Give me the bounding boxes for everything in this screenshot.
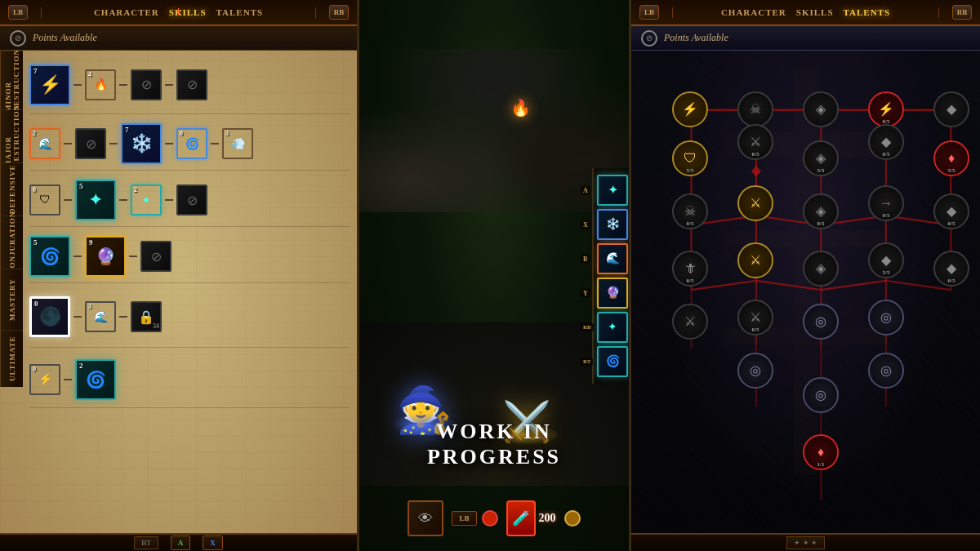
talent-node-n1[interactable]: ⚡ (672, 91, 708, 127)
category-labels: Minor Destruction Major Destruction Defe… (0, 51, 23, 533)
left-tab-talents[interactable]: TALENTS (216, 7, 264, 17)
talent-node-n6[interactable]: ⚡0/5 (868, 91, 904, 127)
left-a-button[interactable]: A (171, 535, 191, 550)
hud-lb-label: LB (452, 511, 476, 526)
connector (74, 256, 82, 257)
right-bottom-btn: ✦ ✦ ✦ (786, 536, 825, 549)
talent-node-n28[interactable]: ♦1/1 (803, 434, 839, 470)
right-lb-button[interactable]: LB (639, 5, 659, 20)
right-bottom-border: ✦ ✦ ✦ (631, 533, 980, 551)
talent-node-n26[interactable]: ◎ (803, 377, 839, 413)
connector (119, 199, 127, 201)
skill-bar-y[interactable]: Y 🔮 (597, 278, 628, 309)
talent-node-n2[interactable]: ☠ (737, 91, 773, 127)
talent-node-n14[interactable]: ⚔ (737, 242, 773, 278)
wip-line2: PROGRESS (427, 444, 561, 469)
connector (165, 199, 173, 201)
talent-node-n12[interactable]: ♦5/5 (933, 140, 969, 176)
skill-locked-3: ⊘ (75, 128, 106, 159)
skill-icon-conjure-gold[interactable]: 🔮 9 (85, 236, 126, 277)
skill-row-major-destruction: 🌊 2 ⊘ ❄️ 7 🌀 0 (29, 118, 350, 171)
connector (211, 143, 219, 144)
talent-node-n22[interactable]: ◆0/5 (933, 251, 969, 287)
skill-locked-4: ⊘ (176, 184, 207, 216)
hud-flask[interactable]: 🧪 (506, 500, 536, 536)
skill-icon-teal-star-sm[interactable]: ✦ 2 (131, 184, 162, 216)
connector (109, 143, 118, 144)
talent-node-n21[interactable]: ◆5/5 (868, 242, 904, 278)
talent-node-n7[interactable]: ◆ (933, 91, 969, 127)
skill-bar-rt[interactable]: RT 🌀 (597, 346, 628, 377)
skill-icon-ultimate-teal[interactable]: 🌀 2 (75, 359, 116, 400)
left-rb-button[interactable]: RB (329, 5, 349, 20)
left-nav-divider2: | (314, 6, 317, 19)
skill-icon-swirl[interactable]: 🌀 0 (176, 128, 207, 159)
connector (74, 316, 82, 318)
left-nav-divider: | (40, 6, 42, 19)
wip-line1: WORK IN (427, 419, 561, 444)
talent-node-n27[interactable]: ◎ (868, 353, 904, 389)
talent-node-n4[interactable]: ⚔0/5 (737, 124, 773, 160)
connector (119, 316, 127, 318)
connector (119, 84, 127, 86)
skill-icon-mastery-main[interactable]: 🌑 0 (29, 296, 70, 337)
left-bt-button[interactable]: BT (134, 536, 158, 549)
skill-row-ultimate: ⚡ 0 🌀 2 (29, 351, 350, 408)
right-nav-divider: | (671, 6, 674, 19)
center-panel: 🔥 🧙 ⚔️ WORK IN PROGRESS A (359, 0, 629, 551)
game-background: 🔥 🧙 ⚔️ WORK IN PROGRESS A (359, 0, 629, 551)
skill-icon-wave[interactable]: 🌊 2 (29, 128, 60, 159)
connector (165, 84, 173, 86)
skill-bar-a[interactable]: A ✦ (597, 175, 628, 206)
left-x-button[interactable]: X (203, 535, 223, 550)
hud-skill-icon[interactable]: 👁 (408, 500, 443, 536)
right-tab-talents[interactable]: TALENTS (844, 7, 891, 17)
skill-icon-fire-sm[interactable]: 🔥 4 (85, 69, 116, 100)
talent-node-n25[interactable]: ◎ (868, 300, 904, 335)
talent-node-n24[interactable]: ◎ (803, 304, 839, 340)
torch-icon: 🔥 (510, 98, 531, 118)
talent-node-n3[interactable]: 🛡5/5 (672, 140, 708, 176)
skill-icon-lightning[interactable]: ⚡ 7 (29, 64, 70, 105)
cat-ultimate: Ultimate (0, 330, 23, 387)
right-tab-skills[interactable]: SKILLS (796, 7, 834, 17)
skills-grid-area: Minor Destruction Major Destruction Defe… (0, 51, 357, 533)
left-points-label: Points Available (33, 32, 97, 44)
left-tab-character[interactable]: CHARACTER (94, 7, 159, 17)
talent-node-n18[interactable]: ⚔ (672, 304, 708, 340)
talent-node-n15[interactable]: ◈0/5 (803, 193, 839, 229)
talent-node-n20[interactable]: ◈ (803, 251, 839, 287)
talent-node-n17[interactable]: ◆0/5 (933, 193, 969, 229)
connector (64, 379, 72, 380)
skill-bar-rb[interactable]: RB ✦ (597, 312, 628, 343)
hud-flask-count: 200 (539, 512, 556, 525)
left-lb-button[interactable]: LB (8, 5, 28, 20)
right-rb-button[interactable]: RB (952, 5, 972, 20)
skill-icon-teal-star[interactable]: ✦ 5 (75, 180, 116, 220)
talent-node-n16[interactable]: →0/5 (868, 185, 904, 221)
skill-bar-b[interactable]: B 🌊 (597, 243, 628, 274)
skill-icon-shield[interactable]: 🛡 0 (29, 184, 60, 216)
connector (64, 143, 72, 144)
right-points-bar: ⊘ Points Available (631, 26, 980, 51)
cat-minor-destruction: Minor Destruction (0, 51, 23, 109)
cat-conjuration: Conjuration (0, 216, 23, 269)
talent-node-n5[interactable]: ◈ (803, 91, 839, 127)
talent-node-n11[interactable]: ◆0/5 (868, 124, 904, 160)
skill-icon-ultimate-dark[interactable]: ⚡ 0 (29, 364, 60, 395)
skill-bar-x[interactable]: X ❄️ (597, 209, 628, 240)
talent-node-n10[interactable]: ◈5/5 (803, 140, 839, 176)
talent-node-n23[interactable]: ◎ (737, 353, 773, 389)
skill-locked-5: ⊘ (140, 241, 172, 272)
skill-icon-wind[interactable]: 💨 3 (222, 128, 253, 159)
skill-row-conjuration: 🌀 5 🔮 9 ⊘ (29, 230, 350, 283)
talent-node-n8[interactable]: ☠0/5 (672, 193, 708, 229)
skill-icon-ice[interactable]: ❄️ 7 (121, 123, 162, 164)
talent-node-n13[interactable]: 🗡0/5 (672, 251, 708, 287)
skill-icon-mastery-wave[interactable]: 🌊 3 (85, 301, 116, 332)
talent-node-n19[interactable]: ⚔0/5 (737, 300, 773, 335)
skill-icon-conjure-teal[interactable]: 🌀 5 (29, 236, 70, 277)
right-nav-divider2: | (938, 6, 940, 19)
right-tab-character[interactable]: CHARACTER (721, 7, 786, 17)
talent-node-n9[interactable]: ⚔ (737, 185, 773, 221)
